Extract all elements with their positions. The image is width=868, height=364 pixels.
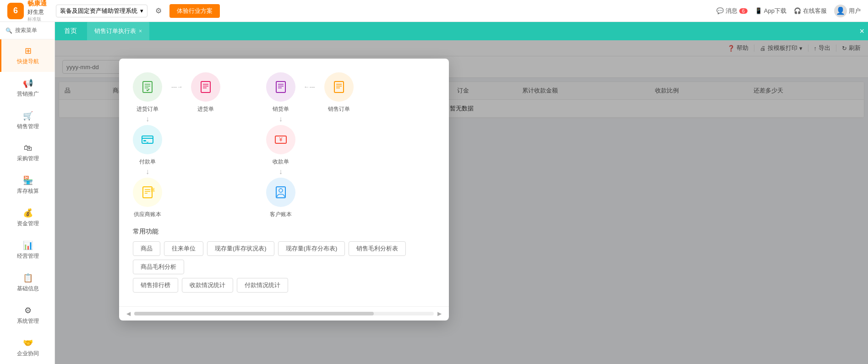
sidebar-item-purchase[interactable]: 🛍 采购管理 (0, 137, 55, 169)
user-name: 用户 (849, 7, 861, 15)
receipt-label: 收款单 (273, 158, 289, 166)
h-arrow-1: - - - → (171, 72, 182, 90)
payment-label: 付款单 (139, 158, 156, 166)
marketing-icon: 📢 (23, 78, 33, 88)
sidebar-item-marketing[interactable]: 📢 营销推广 (0, 72, 55, 104)
purchase-order-label: 进货订单 (136, 105, 158, 113)
top-bar: 6 畅康通 好生意 标准版 装备及固定资产辅助管理系统 ▾ ⚙ 体验行业方案 💬… (0, 0, 868, 22)
search-menu-label: 搜索菜单 (15, 27, 37, 34)
app-download-button[interactable]: 📱 App下载 (755, 7, 786, 15)
supplier-account-node: 账 供应商账本 (133, 178, 162, 218)
sidebar-item-inventory[interactable]: 🏪 库存核算 (0, 169, 55, 201)
function-buttons-row2: 销售排行榜 收款情况统计 付款情况统计 (133, 278, 435, 293)
sales-bill-label: 销货单 (273, 105, 289, 113)
logo-sub: 好生意 (27, 8, 47, 16)
try-button[interactable]: 体验行业方案 (169, 4, 220, 18)
tab-home[interactable]: 首页 (55, 22, 86, 40)
operation-icon: 📊 (23, 240, 33, 250)
func-btn-payment-stats[interactable]: 付款情况统计 (237, 278, 288, 293)
svg-text:¥: ¥ (278, 136, 282, 143)
sidebar-item-label-basic: 基础信息 (17, 285, 39, 293)
purchase-order-icon (133, 72, 162, 102)
common-functions-title: 常用功能 (133, 228, 435, 236)
modal-overlay: 进货订单 ↓ ¥ 付款单 (55, 40, 868, 364)
svg-rect-13 (201, 81, 210, 92)
top-right-area: 💬 消息 6 📱 App下载 🎧 在线客服 👤 用户 (716, 5, 861, 17)
func-btn-partner[interactable]: 往来单位 (164, 241, 203, 256)
receipt-icon: ¥ (266, 125, 295, 154)
purchase-bill-label: 进货单 (197, 105, 214, 113)
sidebar-item-label-cooperation: 企业协同 (17, 350, 39, 358)
tab-sales-order-label: 销售订单执行表 (94, 27, 136, 35)
func-btn-stock-status[interactable]: 现存量(库存状况表) (207, 241, 274, 256)
purchase-bill-node: 进货单 (191, 72, 220, 113)
sidebar-item-system[interactable]: ⚙ 系统管理 (0, 299, 55, 331)
func-btn-stock-dist[interactable]: 现存量(库存分布表) (278, 241, 345, 256)
modal-body: 进货订单 ↓ ¥ 付款单 (119, 59, 449, 306)
cooperation-icon: 🤝 (23, 338, 33, 348)
online-service-button[interactable]: 🎧 在线客服 (794, 7, 827, 15)
customer-account-label: 客户账本 (270, 211, 292, 218)
dropdown-chevron-icon: ▾ (140, 7, 143, 14)
logo-tag: 标准版 (27, 16, 47, 22)
app-download-label: App下载 (764, 7, 786, 15)
sidebar-item-label-system: 系统管理 (17, 317, 39, 325)
flow-left-col: 进货订单 ↓ ¥ 付款单 (133, 72, 162, 218)
sidebar-item-label-capital: 资金管理 (17, 220, 39, 228)
arrow-down-3: ↓ (279, 115, 283, 123)
sidebar-item-sales[interactable]: 🛒 销售管理 (0, 104, 55, 137)
scrollbar-thumb (134, 312, 374, 315)
sidebar-item-label-sales: 销售管理 (17, 123, 39, 130)
sales-order-label: 销售订单 (328, 105, 350, 113)
tab-home-label: 首页 (64, 27, 77, 35)
message-icon: 💬 (716, 7, 724, 14)
app-icon: 📱 (755, 7, 762, 14)
system-title: 装备及固定资产辅助管理系统 (60, 7, 137, 15)
message-badge: 6 (739, 8, 748, 14)
sidebar-item-label-operation: 经营管理 (17, 252, 39, 260)
purchase-order-node: 进货订单 (133, 72, 162, 113)
payment-icon: ¥ (133, 125, 162, 154)
func-btn-receipt-stats[interactable]: 收款情况统计 (182, 278, 233, 293)
app-container: 6 畅康通 好生意 标准版 装备及固定资产辅助管理系统 ▾ ⚙ 体验行业方案 💬… (0, 0, 868, 364)
user-area[interactable]: 👤 用户 (834, 5, 861, 17)
func-btn-product-gross[interactable]: 商品毛利分析 (133, 260, 184, 274)
purchase-icon: 🛍 (24, 143, 32, 153)
sidebar-item-label-quick-nav: 快捷导航 (17, 58, 39, 65)
tab-close-icon[interactable]: × (139, 28, 142, 34)
settings-button[interactable]: ⚙ (151, 4, 166, 18)
logo-text: 畅康通 好生意 标准版 (27, 0, 47, 22)
function-buttons-container: 商品 往来单位 现存量(库存状况表) 现存量(库存分布表) 销售毛利分析表 商品… (133, 241, 435, 274)
func-btn-sales-gross[interactable]: 销售毛利分析表 (349, 241, 406, 256)
tab-sales-order[interactable]: 销售订单执行表 × (87, 22, 149, 40)
func-btn-product[interactable]: 商品 (133, 241, 160, 256)
sidebar: 🔍 搜索菜单 ⊞ 快捷导航 📢 营销推广 🛒 销售管理 🛍 采购管理 🏪 (0, 22, 55, 364)
search-menu-button[interactable]: 🔍 搜索菜单 (0, 22, 55, 39)
scrollbar-track[interactable] (134, 312, 434, 315)
sidebar-item-capital[interactable]: 💰 资金管理 (0, 201, 55, 234)
scroll-left-icon[interactable]: ◀ (126, 310, 131, 317)
func-btn-sales-ranking[interactable]: 销售排行榜 (133, 278, 178, 293)
sidebar-item-cooperation[interactable]: 🤝 企业协同 (0, 331, 55, 364)
system-dropdown[interactable]: 装备及固定资产辅助管理系统 ▾ (56, 5, 147, 17)
scroll-right-icon[interactable]: ▶ (437, 310, 442, 317)
arrow-down-4: ↓ (279, 168, 283, 176)
main-area: 🔍 搜索菜单 ⊞ 快捷导航 📢 营销推广 🛒 销售管理 🛍 采购管理 🏪 (0, 22, 868, 364)
sidebar-item-quick-nav[interactable]: ⊞ 快捷导航 (0, 39, 55, 72)
payment-node: ¥ 付款单 (133, 125, 162, 166)
sales-bill-icon (266, 72, 295, 102)
sales-order-icon (324, 72, 354, 102)
message-button[interactable]: 💬 消息 6 (716, 7, 748, 15)
sidebar-item-basic[interactable]: 📋 基础信息 (0, 266, 55, 299)
svg-text:¥: ¥ (146, 141, 149, 145)
online-service-label: 在线客服 (803, 7, 827, 15)
page-content: ❓ 帮助 🖨 按模板打印 ▾ ↑ 导出 (55, 40, 868, 364)
logo-area: 6 畅康通 好生意 标准版 (7, 0, 47, 22)
supplier-account-icon: 账 (133, 178, 162, 207)
tab-close-all-button[interactable]: × (859, 22, 864, 40)
svg-rect-25 (334, 81, 344, 92)
capital-icon: 💰 (23, 208, 33, 218)
sidebar-item-operation[interactable]: 📊 经营管理 (0, 234, 55, 266)
modal-dialog: 进货订单 ↓ ¥ 付款单 (119, 59, 449, 321)
system-icon: ⚙ (24, 305, 32, 315)
